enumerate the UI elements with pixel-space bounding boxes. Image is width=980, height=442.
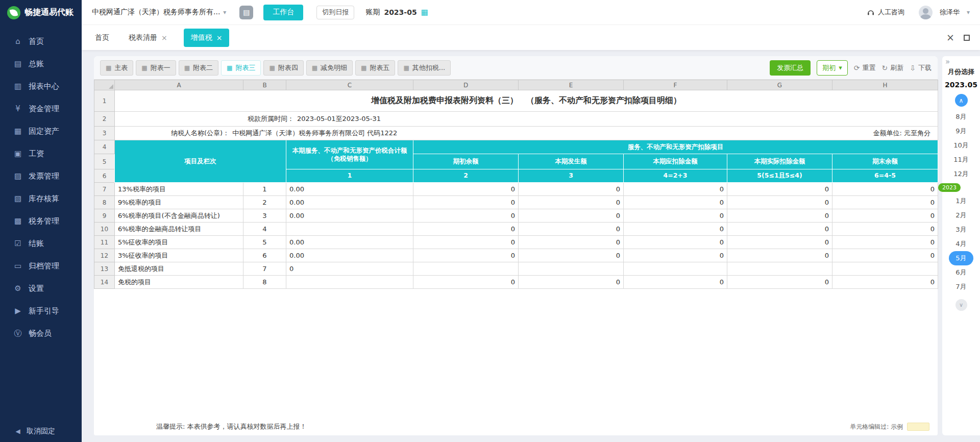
value-cell[interactable]: 0: [413, 276, 519, 289]
value-cell[interactable]: [286, 276, 413, 289]
column-letter[interactable]: E: [519, 80, 624, 90]
notebook-button[interactable]: ▤: [239, 6, 253, 19]
value-cell[interactable]: 0: [519, 209, 624, 223]
month-item[interactable]: 3月: [942, 223, 980, 237]
month-item[interactable]: 10月: [942, 138, 980, 153]
avatar[interactable]: [919, 6, 933, 19]
value-cell[interactable]: [413, 262, 519, 276]
value-cell[interactable]: 0: [413, 183, 519, 196]
value-cell[interactable]: 0: [832, 223, 938, 236]
month-item[interactable]: 2月: [942, 208, 980, 223]
line-cell[interactable]: 4: [243, 223, 286, 236]
month-item[interactable]: 6月: [942, 265, 980, 280]
sheet-title[interactable]: 增值税及附加税费申报表附列资料（三） （服务、不动产和无形资产扣除项目明细）: [115, 90, 938, 112]
value-cell[interactable]: 0: [727, 223, 832, 236]
value-cell[interactable]: 0: [832, 183, 938, 196]
line-cell[interactable]: 7: [243, 262, 286, 276]
column-letter[interactable]: G: [727, 80, 832, 90]
item-cell[interactable]: 免税的项目: [115, 276, 243, 289]
value-cell[interactable]: 0: [727, 249, 832, 262]
page-tab-home[interactable]: 首页: [92, 29, 112, 47]
month-item[interactable]: 12月: [942, 167, 980, 181]
value-cell[interactable]: 0: [413, 249, 519, 262]
value-cell[interactable]: 0: [727, 236, 832, 249]
sidebar-item-salary[interactable]: ▣工资: [0, 142, 82, 165]
value-cell[interactable]: 0: [519, 223, 624, 236]
value-cell[interactable]: 0: [832, 209, 938, 223]
value-cell[interactable]: 0: [832, 236, 938, 249]
sidebar-item-member[interactable]: Ⓥ畅会员: [0, 322, 82, 345]
column-letter[interactable]: C: [286, 80, 413, 90]
sidebar-item-inventory[interactable]: ▧库存核算: [0, 187, 82, 210]
value-cell[interactable]: [286, 223, 413, 236]
sidebar-item-guide[interactable]: ▶新手引导: [0, 300, 82, 322]
item-cell[interactable]: 5%征收率的项目: [115, 236, 243, 249]
value-cell[interactable]: 0: [727, 276, 832, 289]
sheet-tab-f2[interactable]: ▦附表二: [179, 60, 218, 76]
sidebar-item-archive[interactable]: ▭归档管理: [0, 255, 82, 277]
app-logo[interactable]: 畅捷通易代账: [0, 0, 82, 25]
value-cell[interactable]: 0: [727, 196, 832, 209]
value-cell[interactable]: 0: [413, 209, 519, 223]
value-cell[interactable]: 0.00: [286, 196, 413, 209]
item-cell[interactable]: 6%税率的金融商品转让项目: [115, 223, 243, 236]
value-cell[interactable]: 0: [413, 236, 519, 249]
column-letter[interactable]: B: [243, 80, 286, 90]
value-cell[interactable]: [727, 262, 832, 276]
tax-period-cell[interactable]: 税款所属时间： 2023-05-01至2023-05-31: [115, 112, 938, 127]
value-cell[interactable]: 0.00: [286, 236, 413, 249]
sidebar-item-assets[interactable]: ▦固定资产: [0, 120, 82, 142]
value-cell[interactable]: 0.00: [286, 209, 413, 223]
value-cell[interactable]: 0: [286, 262, 413, 276]
close-tabs-icon[interactable]: ×: [946, 33, 954, 42]
item-cell[interactable]: 免抵退税的项目: [115, 262, 243, 276]
value-cell[interactable]: 0: [624, 276, 727, 289]
download-button[interactable]: ⇩ 下载: [910, 63, 932, 72]
value-cell[interactable]: 0: [519, 196, 624, 209]
item-cell[interactable]: 9%税率的项目: [115, 196, 243, 209]
line-cell[interactable]: 5: [243, 236, 286, 249]
value-cell[interactable]: 0: [832, 276, 938, 289]
line-cell[interactable]: 8: [243, 276, 286, 289]
sidebar-item-funds[interactable]: ¥资金管理: [0, 97, 82, 120]
close-icon[interactable]: ×: [216, 34, 223, 42]
value-cell[interactable]: 0: [727, 183, 832, 196]
sidebar-item-closing[interactable]: ☑结账: [0, 232, 82, 255]
select-all-corner[interactable]: [94, 80, 115, 90]
company-selector[interactable]: 中税网通广泽（天津）税务师事务所有... ▾: [92, 8, 226, 17]
month-item[interactable]: 9月: [942, 124, 980, 138]
value-cell[interactable]: 0: [413, 223, 519, 236]
workbench-button[interactable]: 工作台: [263, 5, 303, 20]
value-cell[interactable]: 0: [519, 249, 624, 262]
sheet-tab-other[interactable]: ▦其他扣税...: [398, 60, 451, 76]
close-icon[interactable]: ×: [161, 34, 167, 42]
value-cell[interactable]: 0.00: [286, 183, 413, 196]
refresh-button[interactable]: ↻ 刷新: [882, 63, 904, 72]
value-cell[interactable]: 0: [832, 196, 938, 209]
value-cell[interactable]: 0: [832, 249, 938, 262]
month-item[interactable]: 8月: [942, 110, 980, 124]
line-cell[interactable]: 3: [243, 209, 286, 223]
column-letter[interactable]: F: [624, 80, 727, 90]
user-name[interactable]: 徐泽华: [940, 8, 960, 17]
sidebar-item-tax[interactable]: ▩税务管理: [0, 210, 82, 232]
month-item[interactable]: 4月: [942, 237, 980, 251]
line-cell[interactable]: 1: [243, 183, 286, 196]
item-cell[interactable]: 3%征收率的项目: [115, 249, 243, 262]
collapse-panel-icon[interactable]: »: [945, 57, 950, 66]
column-letter[interactable]: D: [413, 80, 519, 90]
value-cell[interactable]: 0: [624, 223, 727, 236]
scroll-up-button[interactable]: ∧: [955, 94, 968, 107]
calendar-icon[interactable]: ▦: [421, 8, 428, 17]
value-cell[interactable]: 0: [624, 236, 727, 249]
value-cell[interactable]: 0: [624, 183, 727, 196]
value-cell[interactable]: 0: [727, 209, 832, 223]
value-cell[interactable]: 0: [624, 249, 727, 262]
value-cell[interactable]: 0.00: [286, 249, 413, 262]
line-cell[interactable]: 6: [243, 249, 286, 262]
column-letter[interactable]: H: [832, 80, 938, 90]
value-cell[interactable]: [832, 262, 938, 276]
value-cell[interactable]: 0: [624, 209, 727, 223]
sheet-tab-f4[interactable]: ▦附表四: [263, 60, 303, 76]
sidebar-item-reports[interactable]: ▥报表中心: [0, 75, 82, 97]
